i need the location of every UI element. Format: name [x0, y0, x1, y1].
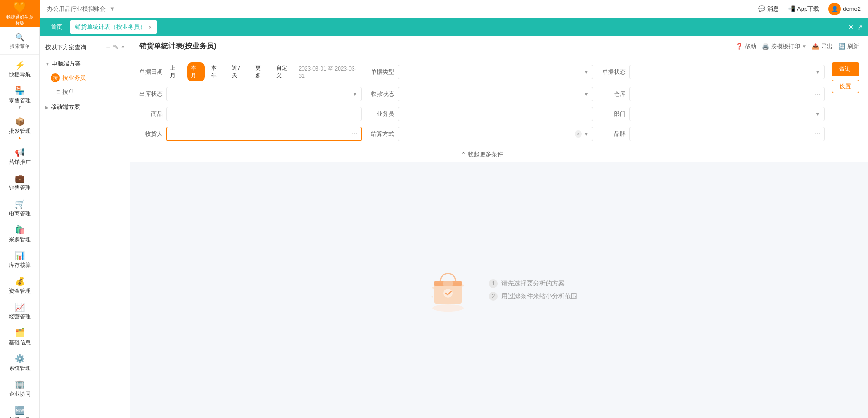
help-button[interactable]: ❓ 帮助: [736, 43, 756, 51]
left-scheme-panel: 按以下方案查询 + ✎ « ▼ 电脑端方案 按 按业务员 ≡ 按单: [40, 36, 130, 418]
settle-item: 结算方式 × ▼: [371, 127, 593, 141]
desktop-scheme-label: 电脑端方案: [52, 60, 81, 68]
filter-section: 单据日期 上月 本月 本年 近7天 更多 自定义 2023-03-01 至 20…: [130, 57, 868, 162]
sidebar-item-sales[interactable]: 💼 销售管理: [0, 170, 39, 195]
scheme-by-order[interactable]: ≡ 按单: [40, 85, 130, 99]
message-button[interactable]: 💬 消息: [758, 5, 779, 13]
export-label: 导出: [821, 43, 833, 51]
user-profile[interactable]: 👤 demo2: [828, 3, 861, 15]
goods-label: 商品: [139, 110, 166, 118]
retail-label: 零售管理: [9, 97, 31, 104]
date-more-btn[interactable]: 更多: [252, 62, 270, 81]
order-status-control[interactable]: ▼: [629, 65, 825, 79]
sidebar-item-operations[interactable]: 📈 经营管理: [0, 299, 39, 324]
tab-active-label: 销货单统计表（按业务员）: [75, 23, 146, 31]
scheme-panel-title: 按以下方案查询: [45, 43, 86, 52]
main-area: 办公用品行业模拟账套 ▼ 💬 消息 📲 App下载 👤 demo2 首页: [40, 0, 868, 418]
edit-scheme-icon[interactable]: ✎: [113, 43, 118, 52]
export-button[interactable]: 📤 导出: [812, 43, 833, 51]
sidebar: 🧡 畅捷通好生意 标版 🔍 搜索菜单 ⚡ 快捷导航 🏪 零售管理 ▼ 📦 批发管…: [0, 0, 40, 418]
goods-control[interactable]: ···: [166, 107, 362, 121]
search-label: 搜索菜单: [10, 43, 30, 50]
sidebar-item-wholesale[interactable]: 📦 批发管理 ▲: [0, 113, 39, 144]
sidebar-item-basic[interactable]: 🗂️ 基础信息: [0, 324, 39, 350]
window-maximize-icon[interactable]: ⤢: [857, 23, 863, 32]
sidebar-item-finance[interactable]: 💰 资金管理: [0, 273, 39, 299]
query-button[interactable]: 查询: [832, 62, 859, 76]
order-type-control[interactable]: ▼: [398, 65, 593, 79]
mobile-scheme-label: 移动端方案: [51, 103, 80, 111]
mobile-scheme-header[interactable]: ▶ 移动端方案: [40, 100, 130, 114]
print-label: 按模板打印: [771, 43, 800, 51]
operations-label: 经营管理: [9, 313, 31, 321]
app-download-button[interactable]: 📲 App下载: [788, 5, 819, 13]
order-status-label: 单据状态: [602, 68, 629, 76]
sidebar-item-newuser[interactable]: 🆕 新手引导: [0, 402, 39, 418]
message-icon: 💬: [758, 5, 765, 12]
out-status-chevron: ▼: [352, 91, 358, 97]
warehouse-dots: ···: [815, 90, 821, 98]
collect-status-control[interactable]: ▼: [398, 87, 593, 101]
sidebar-item-ecommerce[interactable]: 🛒 电商管理: [0, 195, 39, 221]
date-range-text: 2023-03-01 至 2023-03-31: [298, 65, 362, 79]
goods-dots: ···: [352, 110, 358, 118]
svg-point-6: [462, 285, 464, 287]
sidebar-item-purchase[interactable]: 🛍️ 采购管理: [0, 221, 39, 247]
brand-control[interactable]: ···: [629, 127, 825, 141]
print-dropdown-icon[interactable]: ▼: [802, 44, 807, 49]
settle-chevron: ▼: [584, 131, 589, 137]
avatar-img: 👤: [831, 6, 838, 12]
dept-control[interactable]: ▼: [629, 107, 825, 121]
desktop-scheme-header[interactable]: ▼ 电脑端方案: [40, 57, 130, 71]
sidebar-item-system[interactable]: ⚙️ 系统管理: [0, 350, 39, 376]
tab-home-label: 首页: [51, 23, 62, 31]
window-close-icon[interactable]: ×: [849, 23, 853, 32]
sidebar-item-inventory[interactable]: 📊 库存核算: [0, 247, 39, 273]
salesperson-control[interactable]: ···: [398, 107, 593, 121]
out-status-control[interactable]: ▼: [166, 87, 362, 101]
dept-item: 部门 ▼: [602, 107, 825, 121]
user-name: demo2: [843, 5, 861, 12]
print-button[interactable]: 🖨️ 按模板打印 ▼: [762, 43, 807, 51]
receiver-item: 收货人 ···: [139, 127, 362, 141]
date-7days-btn[interactable]: 近7天: [228, 62, 249, 81]
enterprise-icon: 🏢: [15, 380, 25, 390]
date-custom-btn[interactable]: 自定义: [273, 62, 296, 81]
receiver-control[interactable]: ···: [166, 127, 362, 141]
refresh-button[interactable]: 🔄 刷新: [838, 43, 859, 51]
tab-home[interactable]: 首页: [45, 20, 68, 34]
sidebar-item-quicknav[interactable]: ⚡ 快捷导航: [0, 57, 39, 82]
collapse-panel-icon[interactable]: «: [121, 43, 124, 52]
collect-status-label: 收款状态: [371, 90, 398, 98]
svg-point-7: [432, 296, 433, 298]
date-label: 单据日期: [139, 68, 166, 76]
order-status-item: 单据状态 ▼: [602, 65, 825, 79]
sidebar-item-retail[interactable]: 🏪 零售管理 ▼: [0, 82, 39, 113]
company-selector[interactable]: 办公用品行业模拟账套 ▼: [47, 5, 115, 13]
sidebar-item-enterprise[interactable]: 🏢 企业协同: [0, 376, 39, 402]
wholesale-label: 批发管理: [9, 128, 31, 135]
search-menu-item[interactable]: 🔍 搜索菜单: [0, 27, 39, 55]
date-filter-item: 单据日期 上月 本月 本年 近7天 更多 自定义 2023-03-01 至 20…: [139, 62, 362, 81]
collapse-label: 收起更多条件: [468, 150, 503, 158]
sidebar-item-marketing[interactable]: 📢 营销推广: [0, 144, 39, 170]
page-header-actions: ❓ 帮助 🖨️ 按模板打印 ▼ 📤 导出 🔄 刷新: [736, 43, 859, 51]
marketing-icon: 📢: [15, 147, 25, 157]
date-this-month-btn[interactable]: 本月: [187, 62, 205, 81]
date-prev-month-btn[interactable]: 上月: [166, 62, 184, 81]
scheme-by-salesperson[interactable]: 按 按业务员: [40, 71, 130, 85]
settings-button[interactable]: 设置: [832, 80, 859, 93]
date-this-year-btn[interactable]: 本年: [208, 62, 226, 81]
tab-sales-stat[interactable]: 销货单统计表（按业务员） ×: [70, 20, 157, 34]
enterprise-label: 企业协同: [9, 390, 31, 398]
settle-clear-btn[interactable]: ×: [575, 130, 582, 138]
tab-close-icon[interactable]: ×: [148, 24, 152, 31]
quicknav-icon: ⚡: [15, 60, 25, 70]
settle-control[interactable]: × ▼: [398, 127, 593, 141]
collapse-button[interactable]: ⌃ 收起更多条件: [461, 150, 503, 158]
brand-item: 品牌 ···: [602, 127, 825, 141]
filter-with-buttons: 单据日期 上月 本月 本年 近7天 更多 自定义 2023-03-01 至 20…: [139, 62, 859, 162]
wholesale-icon: 📦: [15, 117, 25, 127]
warehouse-control[interactable]: ···: [629, 87, 825, 101]
add-scheme-icon[interactable]: +: [106, 43, 110, 52]
